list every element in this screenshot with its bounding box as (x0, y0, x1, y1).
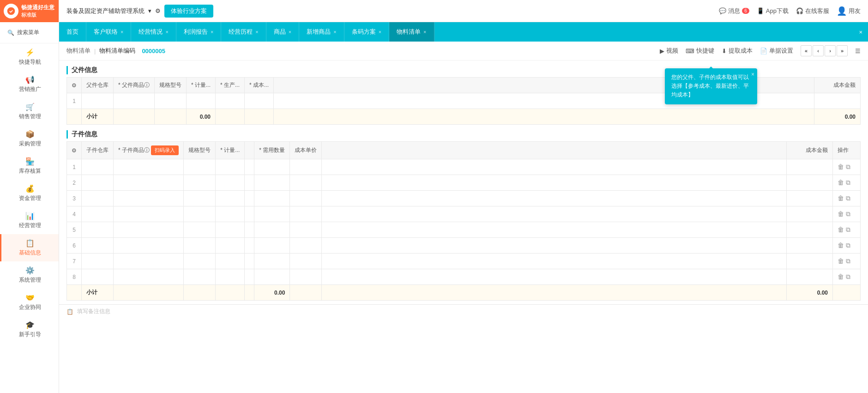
delete-icon[interactable]: 🗑 (838, 242, 844, 249)
child-sub-e6 (322, 285, 787, 301)
child-sub-e4 (245, 285, 254, 301)
child-row-2-product[interactable] (114, 175, 184, 191)
breadcrumb-bom[interactable]: 物料清单 (66, 47, 90, 55)
note-hint[interactable]: 填写备注信息 (77, 308, 110, 315)
topbar-right: 💬 消息 6 📱 App下载 🎧 在线客服 👤 用友 (719, 6, 861, 16)
parent-row-1-product[interactable] (114, 93, 155, 109)
sidebar-item-collab[interactable]: 🤝 企业协同 (0, 289, 59, 316)
child-row-2-unit[interactable] (216, 175, 245, 191)
delete-icon[interactable]: 🗑 (838, 210, 844, 218)
parent-row-1-cost[interactable] (245, 93, 274, 109)
copy-icon[interactable]: ⧉ (846, 163, 850, 171)
copy-icon[interactable]: ⧉ (846, 226, 850, 234)
settings-icon[interactable]: ⚙ (155, 7, 161, 14)
parent-row-1-spec[interactable] (155, 93, 187, 109)
toolbar-view[interactable]: ▶ 视频 (660, 47, 678, 55)
toolbar-single-setting[interactable]: 📄 单据设置 (760, 47, 793, 55)
parent-row-1-unit[interactable] (187, 93, 216, 109)
child-sub-e5 (290, 285, 322, 301)
child-row-6-num: 6 (67, 238, 82, 254)
parent-row-1-warehouse[interactable] (82, 93, 114, 109)
tab-close-operations[interactable]: × (165, 29, 168, 35)
child-col-settings[interactable]: ⚙ (67, 142, 82, 159)
sidebar: 畅捷通好生意 标准版 🔍 搜索菜单 ⚡ 快捷导航 📢 营销推广 🛒 销售管理 📦… (0, 0, 59, 393)
tab-new-goods[interactable]: 新增商品 × (299, 22, 344, 42)
sidebar-item-quick-nav[interactable]: ⚡ 快捷导航 (0, 43, 59, 71)
toolbar-shortcut[interactable]: ⌨ 快捷键 (686, 47, 714, 55)
child-row-2-unit-price[interactable] (290, 175, 322, 191)
delete-icon[interactable]: 🗑 (838, 226, 844, 234)
tab-barcode[interactable]: 条码方案 × (344, 22, 389, 42)
child-row-1-warehouse[interactable] (82, 159, 114, 175)
sidebar-item-ops[interactable]: 📊 经营管理 (0, 207, 59, 234)
sidebar-item-basic[interactable]: 📋 基础信息 (0, 234, 59, 261)
close-all-tabs[interactable]: × (853, 23, 868, 41)
child-subtotal-amount: 0.00 (787, 285, 833, 301)
logo-text: 畅捷通好生意 标准版 (21, 4, 54, 18)
tab-profit[interactable]: 利润报告 × (176, 22, 221, 42)
child-row-2-warehouse[interactable] (82, 175, 114, 191)
copy-icon[interactable]: ⧉ (846, 257, 850, 265)
child-row-1-empty (245, 159, 254, 175)
tab-history[interactable]: 经营历程 × (221, 22, 266, 42)
download-icon: 📱 (757, 7, 764, 14)
delete-icon[interactable]: 🗑 (838, 163, 844, 171)
table-row: 5 🗑⧉ (67, 222, 861, 238)
page-first-btn[interactable]: « (801, 45, 812, 56)
tab-home[interactable]: 首页 (59, 22, 86, 42)
sidebar-item-marketing[interactable]: 📢 营销推广 (0, 71, 59, 98)
tab-customer[interactable]: 客户联络 × (86, 22, 131, 42)
doc-settings-icon: 📄 (760, 48, 767, 54)
child-row-1-qty[interactable] (254, 159, 290, 175)
page-prev-btn[interactable]: ‹ (813, 45, 824, 56)
copy-icon[interactable]: ⧉ (846, 242, 850, 249)
sidebar-item-system[interactable]: ⚙️ 系统管理 (0, 261, 59, 289)
delete-icon[interactable]: 🗑 (838, 273, 844, 281)
sidebar-item-finance[interactable]: 💰 资金管理 (0, 180, 59, 207)
child-row-1-product[interactable] (114, 159, 184, 175)
delete-icon[interactable]: 🗑 (838, 179, 844, 187)
delete-icon[interactable]: 🗑 (838, 257, 844, 265)
child-row-1-spec[interactable] (184, 159, 216, 175)
child-row-2-spec[interactable] (184, 175, 216, 191)
scan-input-btn[interactable]: 扫码录入 (151, 145, 179, 155)
copy-icon[interactable]: ⧉ (846, 273, 850, 281)
copy-icon[interactable]: ⧉ (846, 194, 850, 202)
online-service-item[interactable]: 🎧 在线客服 (796, 7, 829, 15)
sidebar-item-purchase[interactable]: 📦 采购管理 (0, 125, 59, 152)
sidebar-item-sales[interactable]: 🛒 销售管理 (0, 98, 59, 125)
tab-close-history[interactable]: × (255, 29, 258, 35)
parent-subtotal-empty2 (155, 109, 187, 125)
tab-bom[interactable]: 物料清单 × (389, 22, 434, 42)
toolbar-menu[interactable]: ☰ (855, 48, 861, 54)
sidebar-search[interactable]: 🔍 搜索菜单 (0, 22, 59, 43)
sidebar-item-inventory[interactable]: 🏪 库存核算 (0, 152, 59, 180)
delete-icon[interactable]: 🗑 (838, 194, 844, 202)
tab-close-new-goods[interactable]: × (333, 29, 336, 35)
toolbar-extract-cost[interactable]: ⬇ 提取成本 (722, 47, 753, 55)
parent-col-settings[interactable]: ⚙ (67, 78, 82, 93)
page-next-btn[interactable]: › (825, 45, 836, 56)
child-row-1-unit-price[interactable] (290, 159, 322, 175)
trial-button[interactable]: 体验行业方案 (164, 5, 213, 18)
copy-icon[interactable]: ⧉ (846, 210, 850, 218)
tab-close-barcode[interactable]: × (379, 29, 381, 35)
tab-close-customer[interactable]: × (121, 29, 123, 35)
tab-close-bom[interactable]: × (423, 29, 426, 35)
tab-close-profit[interactable]: × (211, 29, 213, 35)
sidebar-item-guide[interactable]: 🎓 新手引导 (0, 316, 59, 343)
tooltip-close-btn[interactable]: × (751, 70, 754, 79)
child-row-2-qty[interactable] (254, 175, 290, 191)
copy-icon[interactable]: ⧉ (846, 179, 850, 187)
search-menu-item[interactable]: 🔍 搜索菜单 (4, 26, 55, 39)
parent-row-1-production[interactable] (216, 93, 245, 109)
user-item[interactable]: 👤 用友 (837, 6, 861, 16)
tab-goods[interactable]: 商品 × (266, 22, 299, 42)
dropdown-arrow-icon[interactable]: ▾ (148, 7, 151, 14)
tab-close-goods[interactable]: × (289, 29, 291, 35)
tab-operations[interactable]: 经营情况 × (131, 22, 176, 42)
message-item[interactable]: 💬 消息 6 (719, 7, 749, 15)
child-row-1-unit[interactable] (216, 159, 245, 175)
app-download-item[interactable]: 📱 App下载 (757, 7, 789, 15)
page-last-btn[interactable]: » (837, 45, 848, 56)
